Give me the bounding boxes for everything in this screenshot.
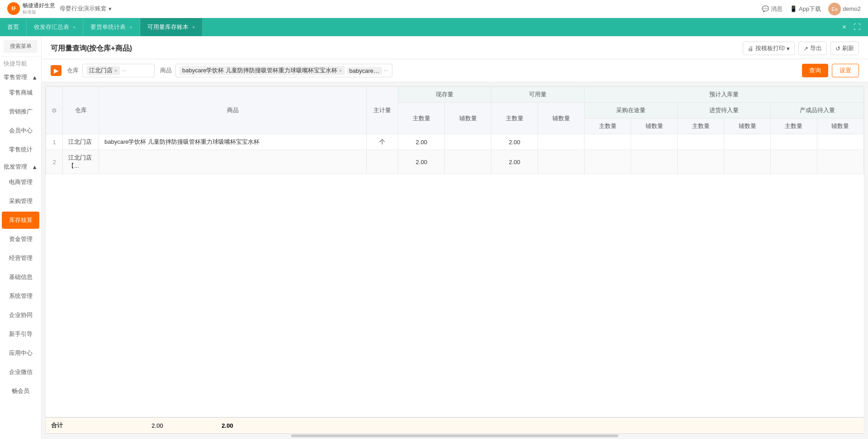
print-icon: 🖨 (748, 45, 754, 52)
tab-home[interactable]: 首页 (0, 18, 27, 36)
logo-area: 好 畅捷通好生意 标准版 (7, 2, 55, 15)
sidebar-item-retail-stats[interactable]: 零售统计 (2, 141, 39, 158)
available-header: 可用量 (491, 87, 585, 103)
print-btn[interactable]: 🖨 按模板打印 ▾ (743, 42, 795, 55)
scrollbar-thumb[interactable] (291, 434, 619, 437)
tab-close-all-btn[interactable]: × (840, 23, 848, 31)
current-aux-qty-header: 辅数量 (445, 103, 491, 134)
table-row: 1 江北门店 babycare学饮杯 儿童防摔防撞吸管杯重力球吸嘴杯宝宝水杯 个… (46, 134, 864, 150)
row-warehouse-2: 江北门店【... (63, 150, 99, 174)
tab-close-receive-summary[interactable]: × (73, 24, 75, 30)
tab-order-stats[interactable]: 要货单统计表 × (83, 18, 140, 36)
tab-expand-btn[interactable]: ⛶ (852, 23, 863, 31)
product-col-header: 商品 (99, 87, 367, 134)
row-current-main-1: 2.00 (398, 134, 445, 150)
sidebar-item-finance[interactable]: 资金管理 (2, 231, 39, 248)
app-download-icon: 📱 (790, 5, 797, 12)
row-inc-aux-2 (724, 150, 771, 174)
row-main-unit-1: 个 (367, 134, 398, 150)
sidebar-item-purchase[interactable]: 采购管理 (2, 193, 39, 210)
warehouse-label: 仓库 (67, 66, 79, 75)
products-aux-qty-header: 辅数量 (817, 118, 863, 134)
product-tag-1-close[interactable]: × (339, 68, 342, 73)
top-bar-left: 好 畅捷通好生意 标准版 母婴行业演示账套 ▾ (7, 2, 112, 15)
user-area[interactable]: Ea demo2 (828, 3, 861, 15)
row-inc-main-1 (678, 134, 724, 150)
logo-text-block: 畅捷通好生意 标准版 (23, 2, 55, 15)
product-filter: 商品 babycare学饮杯 儿童防摔防撞吸管杯重力球吸嘴杯宝宝水杯 × bab… (160, 64, 392, 77)
filter-bar: ▶ 仓库 江北门店 × ··· 商品 babycare学饮杯 儿童防摔防撞吸管杯… (42, 59, 868, 82)
row-pur-main-1 (585, 134, 631, 150)
tab-receive-summary[interactable]: 收发存汇总表 × (27, 18, 83, 36)
current-stock-header: 现存量 (398, 87, 491, 103)
row-pur-aux-1 (631, 134, 678, 150)
settings-btn[interactable]: 设置 (832, 64, 859, 77)
warehouse-col-header: 仓库 (63, 87, 99, 134)
product-input[interactable]: babycare学饮杯 儿童防摔防撞吸管杯重力球吸嘴杯宝宝水杯 × babyca… (175, 64, 392, 77)
search-menu-btn[interactable]: 搜索菜单 (4, 40, 38, 53)
data-table: ⚙ 仓库 商品 主计量 现存量 可用量 预计入库量 主数量 辅数量 主数量 辅数… (46, 86, 864, 174)
row-avail-aux-2 (538, 150, 585, 174)
sidebar-group-wholesale[interactable]: 批发管理 ▲ (0, 159, 41, 173)
tab-available-stock[interactable]: 可用量库存账本 × (140, 18, 203, 36)
warehouse-more[interactable]: ··· (122, 67, 126, 74)
tab-bar-end: × ⛶ (840, 23, 868, 31)
sidebar-item-ecommerce[interactable]: 电商管理 (2, 174, 39, 191)
sidebar-search-area: 搜索菜单 (0, 36, 41, 57)
sidebar-item-member[interactable]: 畅会员 (2, 382, 39, 400)
sidebar-item-enterprise-wechat[interactable]: 企业微信 (2, 363, 39, 381)
horizontal-scrollbar[interactable] (45, 434, 864, 437)
row-prod-main-1 (771, 134, 817, 150)
filter-expand-btn[interactable]: ▶ (51, 65, 61, 76)
products-pending-header: 产成品待入量 (771, 103, 864, 118)
product-more[interactable]: ··· (384, 67, 388, 74)
sidebar-item-retail-shop[interactable]: 零售商城 (2, 84, 39, 101)
row-warehouse-1: 江北门店 (63, 134, 99, 150)
settings-col-header[interactable]: ⚙ (46, 87, 63, 134)
row-main-unit-2 (367, 150, 398, 174)
refresh-icon: ↺ (835, 45, 840, 52)
product-tag-2: babycare… (347, 67, 382, 75)
sidebar-item-app-center[interactable]: 应用中心 (2, 345, 39, 362)
logo-sub: 标准版 (23, 9, 55, 15)
app-download-action[interactable]: 📱 App下载 (790, 5, 821, 13)
sidebar-item-member-center[interactable]: 会员中心 (2, 122, 39, 139)
content-area: 可用量查询(按仓库+商品) 🖨 按模板打印 ▾ ↗ 导出 ↺ 刷新 ▶ (42, 36, 868, 439)
message-action[interactable]: 💬 消息 (762, 5, 783, 13)
refresh-btn[interactable]: ↺ 刷新 (830, 42, 859, 55)
warehouse-tag-close[interactable]: × (114, 68, 117, 73)
sidebar-item-inventory-check[interactable]: 库存核算 (2, 212, 39, 229)
export-btn[interactable]: ↗ 导出 (798, 42, 827, 55)
main-layout: 搜索菜单 快捷导航 零售管理 ▲ 零售商城 营销推广 会员中心 零售统计 批发管… (0, 36, 868, 439)
export-icon: ↗ (803, 45, 808, 52)
sidebar-item-enterprise-collab[interactable]: 企业协同 (2, 307, 39, 324)
product-label: 商品 (160, 66, 172, 75)
row-product-2 (99, 150, 367, 174)
row-avail-aux-1 (538, 134, 585, 150)
query-btn[interactable]: 查询 (802, 64, 828, 77)
company-selector[interactable]: 母婴行业演示账套 ▾ (60, 5, 112, 13)
filter-actions: 查询 设置 (802, 64, 859, 77)
sidebar-item-basic-info[interactable]: 基础信息 (2, 269, 39, 286)
warehouse-input[interactable]: 江北门店 × ··· (82, 64, 155, 77)
quick-nav-label[interactable]: 快捷导航 (0, 57, 41, 70)
sidebar-item-new-guide[interactable]: 新手引导 (2, 326, 39, 343)
incoming-main-qty-header: 主数量 (678, 118, 724, 134)
planned-inbound-header: 预计入库量 (585, 87, 864, 103)
settings-icon[interactable]: ⚙ (52, 107, 57, 114)
tab-close-available-stock[interactable]: × (192, 24, 195, 30)
purchase-aux-qty-header: 辅数量 (631, 118, 678, 134)
row-no-1: 1 (46, 134, 63, 150)
sidebar: 搜索菜单 快捷导航 零售管理 ▲ 零售商城 营销推广 会员中心 零售统计 批发管… (0, 36, 42, 439)
sidebar-group-retail[interactable]: 零售管理 ▲ (0, 70, 41, 83)
sidebar-item-marketing[interactable]: 营销推广 (2, 103, 39, 120)
sidebar-item-system[interactable]: 系统管理 (2, 288, 39, 305)
purchase-main-qty-header: 主数量 (585, 118, 631, 134)
chevron-down-print: ▾ (787, 45, 790, 52)
message-icon: 💬 (762, 5, 769, 12)
row-inc-main-2 (678, 150, 724, 174)
tab-close-order-stats[interactable]: × (129, 24, 132, 30)
page-title: 可用量查询(按仓库+商品) (51, 44, 132, 53)
sidebar-item-operation[interactable]: 经营管理 (2, 250, 39, 267)
chevron-icon: ▲ (32, 74, 38, 81)
